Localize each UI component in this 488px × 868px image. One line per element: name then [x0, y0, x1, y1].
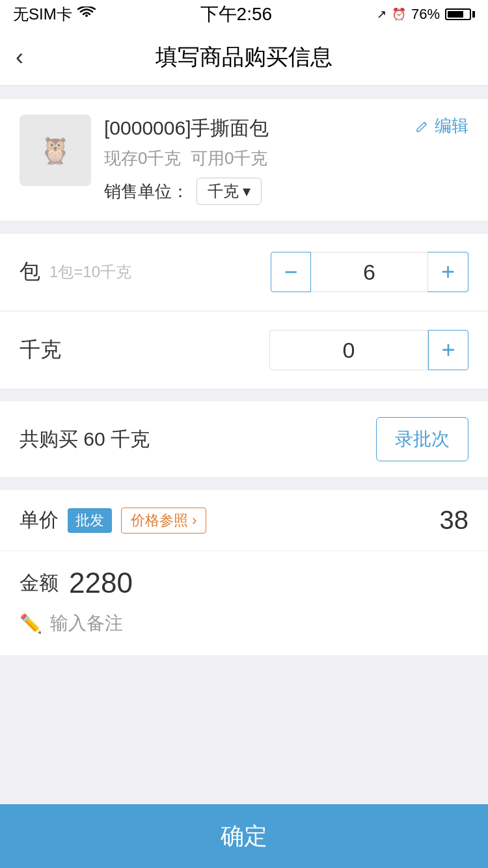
back-button[interactable]: ‹	[16, 44, 23, 71]
price-value: 38	[440, 506, 469, 535]
price-tag-wholesale: 批发	[68, 508, 112, 533]
wifi-icon	[77, 5, 96, 23]
product-name: [0000006]手撕面包	[104, 115, 269, 142]
summary-text: 共购买 60 千克	[20, 426, 150, 453]
amount-section: 金额 2280 ✏️ 输入备注	[0, 550, 488, 655]
bao-input-section: 包 1包=10千克 − +	[0, 234, 488, 310]
kg-input-section: 千克 +	[0, 312, 488, 388]
amount-value: 2280	[69, 567, 133, 599]
chevron-down-icon: ▾	[243, 182, 251, 200]
amount-row: 金额 2280	[20, 567, 468, 599]
kg-input-control: +	[269, 330, 468, 370]
product-stock: 现存0千克 可用0千克	[104, 147, 468, 170]
bao-minus-button[interactable]: −	[271, 252, 311, 292]
remark-row[interactable]: ✏️ 输入备注	[20, 611, 468, 636]
price-label: 单价	[20, 507, 59, 534]
price-section: 单价 批发 价格参照 › 38	[0, 490, 488, 550]
product-card: 🦉 [0000006]手撕面包 编辑 现存0千克 可用0千克 销售单位： 千克 …	[0, 99, 488, 221]
page-title: 填写商品购买信息	[156, 42, 332, 72]
bao-hint: 1包=10千克	[49, 262, 131, 282]
bao-input-row: 包 1包=10千克 − +	[20, 234, 468, 310]
status-left: 无SIM卡	[13, 4, 96, 25]
status-bar: 无SIM卡 下午2:56 ↗ ⏰ 76%	[0, 0, 488, 29]
carrier-text: 无SIM卡	[13, 4, 72, 25]
alarm-icon: ⏰	[392, 7, 406, 21]
unit-select[interactable]: 千克 ▾	[197, 178, 262, 205]
bao-quantity-input[interactable]	[311, 252, 428, 292]
location-icon: ↗	[377, 7, 386, 21]
bao-input-control: − +	[271, 252, 468, 292]
amount-label: 金额	[20, 570, 59, 597]
summary-section: 共购买 60 千克 录批次	[0, 401, 488, 477]
edit-button[interactable]: 编辑	[415, 115, 468, 137]
status-right: ↗ ⏰ 76%	[377, 6, 475, 23]
product-info: [0000006]手撕面包 编辑 现存0千克 可用0千克 销售单位： 千克 ▾	[104, 115, 468, 205]
product-thumbnail: 🦉	[20, 115, 91, 186]
remark-placeholder: 输入备注	[50, 611, 123, 636]
product-logo: 🦉	[39, 135, 72, 166]
price-section-wrapper: 单价 批发 价格参照 › 38 金额 2280 ✏️ 输入备注	[0, 490, 488, 655]
battery-icon	[445, 8, 475, 20]
kg-input-row: 千克 +	[20, 312, 468, 388]
nav-bar: ‹ 填写商品购买信息	[0, 29, 488, 86]
kg-label: 千克	[20, 336, 61, 364]
edit-label: 编辑	[435, 115, 468, 137]
bao-plus-button[interactable]: +	[428, 252, 468, 292]
batch-button[interactable]: 录批次	[376, 417, 468, 461]
price-left: 单价 批发 价格参照 ›	[20, 507, 206, 534]
kg-plus-button[interactable]: +	[428, 330, 468, 370]
price-ref-button[interactable]: 价格参照 ›	[121, 508, 206, 534]
kg-quantity-input[interactable]	[269, 330, 428, 370]
product-unit-row: 销售单位： 千克 ▾	[104, 178, 468, 205]
confirm-button[interactable]: 确定	[0, 804, 488, 868]
pencil-icon: ✏️	[20, 613, 42, 634]
status-time: 下午2:56	[200, 2, 273, 27]
battery-percent: 76%	[411, 6, 440, 23]
bao-label: 包 1包=10千克	[20, 258, 131, 286]
